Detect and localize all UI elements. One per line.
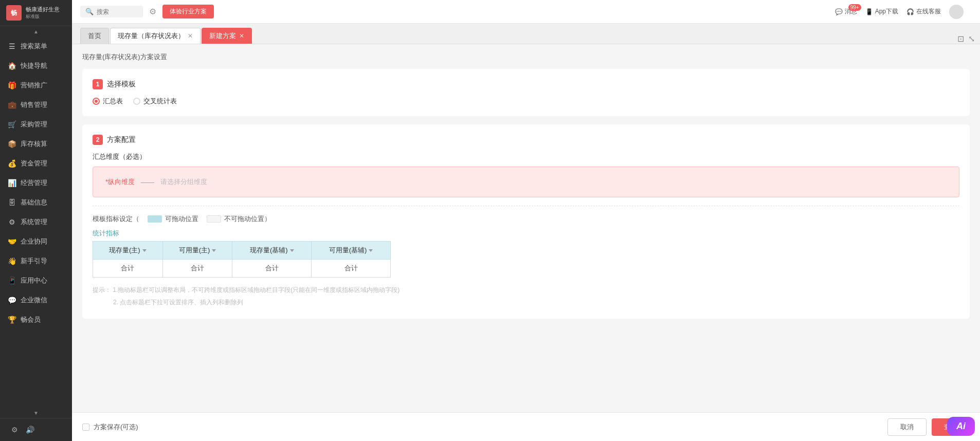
- cell-1-2: 合计: [162, 260, 232, 278]
- sidebar-item-appstore[interactable]: 📱 应用中心: [0, 271, 72, 290]
- tips-section: 提示： 1.拖动标题栏可以调整布局，不可跨维度或指标区域拖动栏目字段(只能在同一…: [93, 284, 959, 308]
- sidebar-item-vip[interactable]: 🏆 畅会员: [0, 310, 72, 329]
- tab-expand-icon[interactable]: ⤡: [968, 34, 975, 44]
- sidebar-item-purchase[interactable]: 🛒 采购管理: [0, 115, 72, 134]
- cell-1-4: 合计: [312, 260, 391, 278]
- footer: 方案保存(可选) 取消 查询: [72, 412, 980, 441]
- topbar-right: 💬 消息 99+ 📱 App下载 🎧 在线客服: [835, 5, 972, 19]
- ai-badge[interactable]: Ai: [947, 417, 975, 436]
- draggable-legend: 可拖动位置: [148, 214, 198, 224]
- tabbar: 首页 现存量（库存状况表） ✕ 新建方案 ✕ ⊡ ⤡: [72, 24, 980, 44]
- tab-inventory-status[interactable]: 现存量（库存状况表） ✕: [110, 28, 201, 44]
- vertical-dimension-box[interactable]: *纵向维度 —— 请选择分组维度: [93, 167, 959, 197]
- col-header-2[interactable]: 可用量(主): [162, 242, 232, 260]
- col4-chevron-icon: [369, 249, 373, 252]
- sidebar-item-search[interactable]: ☰ 搜索菜单: [0, 36, 72, 56]
- message-icon: 💬: [835, 8, 843, 15]
- cell-1-3: 合计: [232, 260, 312, 278]
- user-avatar[interactable]: [949, 5, 964, 19]
- step1-card: 1 选择模板 汇总表 交叉统计表: [82, 69, 970, 116]
- search-input[interactable]: [97, 8, 138, 15]
- draggable-legend-box: [148, 215, 162, 223]
- system-icon: ⚙: [7, 217, 16, 227]
- sidebar-item-management[interactable]: 📊 经营管理: [0, 173, 72, 193]
- message-btn[interactable]: 💬 消息 99+: [835, 7, 857, 16]
- page-title: 现存量(库存状况表)方案设置: [82, 52, 970, 62]
- sidebar-logo: 畅 畅康通好生意 标准版: [0, 0, 72, 26]
- logo-text: 畅康通好生意 标准版: [26, 6, 60, 20]
- sidebar-item-system[interactable]: ⚙ 系统管理: [0, 212, 72, 232]
- tab-minimize-icon[interactable]: ⊡: [957, 34, 964, 44]
- template-radio-group: 汇总表 交叉统计表: [93, 97, 959, 106]
- finance-icon: 💰: [7, 159, 16, 168]
- tab-new-scheme[interactable]: 新建方案 ✕: [202, 28, 252, 44]
- enterprise-icon: 🤝: [7, 237, 16, 246]
- non-draggable-legend-box: [207, 215, 221, 223]
- topbar-search-box[interactable]: 🔍: [80, 6, 143, 17]
- cell-1-1: 合计: [93, 260, 163, 278]
- topbar: 🔍 ⚙ 体验行业方案 💬 消息 99+ 📱 App下载 🎧 在线客服: [72, 0, 980, 24]
- non-draggable-legend: 不可拖动位置）: [207, 214, 271, 224]
- col-header-4[interactable]: 可用量(基辅): [312, 242, 391, 260]
- col3-chevron-icon: [290, 249, 294, 252]
- trial-btn[interactable]: 体验行业方案: [162, 5, 214, 19]
- sidebar-item-guide[interactable]: 👋 新手引导: [0, 251, 72, 271]
- indicator-section: 模板指标设定（ 可拖动位置 不可拖动位置） 统计指标: [93, 214, 959, 308]
- purchase-icon: 🛒: [7, 120, 16, 129]
- sidebar-item-finance[interactable]: 💰 资金管理: [0, 154, 72, 173]
- stats-section-label: 统计指标: [93, 229, 959, 238]
- search-icon: 🔍: [85, 8, 94, 15]
- section-divider-1: [93, 206, 959, 206]
- basic-info-icon: 🗄: [7, 198, 16, 207]
- cancel-button[interactable]: 取消: [887, 418, 927, 436]
- sidebar-item-wechat[interactable]: 💬 企业微信: [0, 290, 72, 310]
- sidebar-scroll-up[interactable]: ▲: [0, 26, 72, 36]
- appstore-icon: 📱: [7, 276, 16, 285]
- radio-cross-table[interactable]: 交叉统计表: [133, 97, 177, 106]
- sidebar: 畅 畅康通好生意 标准版 ▲ ☰ 搜索菜单 🏠 快捷导航 🎁 营销推广 💼 销售…: [0, 0, 72, 441]
- tip-1: 提示： 1.拖动标题栏可以调整布局，不可跨维度或指标区域拖动栏目字段(只能在同一…: [93, 284, 959, 296]
- step1-label: 1 选择模板: [93, 79, 959, 89]
- download-icon: 📱: [865, 8, 873, 15]
- tab-bar-right: ⊡ ⤡: [957, 34, 980, 44]
- sidebar-bottom: ⚙ 🔊: [0, 418, 72, 441]
- sales-icon: 💼: [7, 100, 16, 109]
- tip-2: 2. 点击标题栏下拉可设置排序、插入列和删除列: [93, 296, 959, 308]
- sidebar-item-sales[interactable]: 💼 销售管理: [0, 95, 72, 115]
- sidebar-item-enterprise[interactable]: 🤝 企业协同: [0, 232, 72, 251]
- guide-icon: 👋: [7, 256, 16, 266]
- sidebar-scroll-down[interactable]: ▼: [0, 408, 72, 418]
- management-icon: 📊: [7, 178, 16, 188]
- summary-dimension-label: 汇总维度（必选）: [93, 152, 959, 161]
- search-menu-icon: ☰: [7, 42, 16, 51]
- radio-summary-circle: [93, 98, 100, 105]
- stats-table: 现存量(主) 可用量(主): [93, 241, 391, 278]
- sidebar-item-quick-nav[interactable]: 🏠 快捷导航: [0, 56, 72, 76]
- app-download-btn[interactable]: 📱 App下载: [865, 7, 898, 16]
- tab-inventory-close-icon[interactable]: ✕: [188, 33, 193, 39]
- tab-new-scheme-close-icon[interactable]: ✕: [239, 33, 244, 39]
- save-scheme-checkbox[interactable]: [82, 424, 89, 431]
- step2-card: 2 方案配置 汇总维度（必选） *纵向维度 —— 请选择分组维度 模板指标设定（: [82, 124, 970, 319]
- sidebar-item-marketing[interactable]: 🎁 营销推广: [0, 76, 72, 95]
- tab-home[interactable]: 首页: [80, 28, 109, 44]
- gear-icon[interactable]: ⚙: [149, 7, 156, 16]
- customer-service-btn[interactable]: 🎧 在线客服: [906, 7, 941, 16]
- col1-chevron-icon: [142, 249, 147, 252]
- sidebar-item-inventory[interactable]: 📦 库存核算: [0, 134, 72, 154]
- wechat-icon: 💬: [7, 296, 16, 305]
- col-header-3[interactable]: 现存量(基辅): [232, 242, 312, 260]
- sidebar-nav: ☰ 搜索菜单 🏠 快捷导航 🎁 营销推广 💼 销售管理 🛒 采购管理 📦 库存核…: [0, 36, 72, 408]
- sidebar-item-basic-info[interactable]: 🗄 基础信息: [0, 193, 72, 212]
- vip-icon: 🏆: [7, 315, 16, 324]
- inventory-icon: 📦: [7, 139, 16, 149]
- sound-bottom-btn[interactable]: 🔊: [23, 422, 37, 437]
- col-header-1[interactable]: 现存量(主): [93, 242, 163, 260]
- logo-icon: 畅: [6, 5, 22, 21]
- main-area: 🔍 ⚙ 体验行业方案 💬 消息 99+ 📱 App下载 🎧 在线客服: [72, 0, 980, 441]
- radio-summary-table[interactable]: 汇总表: [93, 97, 123, 106]
- settings-bottom-btn[interactable]: ⚙: [7, 422, 22, 437]
- radio-cross-circle: [133, 98, 140, 105]
- table-row-1: 合计 合计 合计 合计: [93, 260, 391, 278]
- marketing-icon: 🎁: [7, 81, 16, 90]
